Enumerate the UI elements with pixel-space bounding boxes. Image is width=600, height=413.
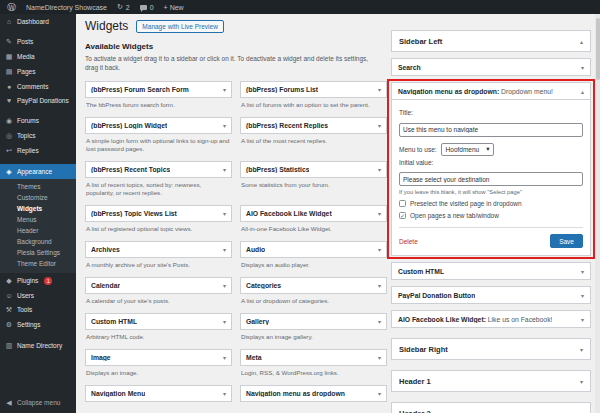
widget-card[interactable]: (bbPress) Login Widget▾ bbox=[85, 117, 232, 134]
chevron-down-icon[interactable]: ▾ bbox=[223, 246, 226, 253]
sidebar-item-replies[interactable]: ↩Replies bbox=[0, 143, 76, 158]
scrollbar-thumb[interactable] bbox=[596, 18, 600, 80]
submenu-item-background[interactable]: Background bbox=[0, 236, 76, 247]
chevron-down-icon[interactable]: ▾ bbox=[223, 86, 226, 93]
chevron-down-icon[interactable]: ▾ bbox=[378, 318, 381, 325]
chevron-down-icon[interactable]: ▾ bbox=[223, 210, 226, 217]
menu-select[interactable]: Hoofdmenu ▾ bbox=[441, 143, 495, 156]
initial-value-input[interactable] bbox=[399, 172, 583, 186]
submenu-item-theme-editor[interactable]: Theme Editor bbox=[0, 258, 76, 269]
manage-live-preview-button[interactable]: Manage with Live Preview bbox=[136, 20, 224, 33]
submenu-item-header[interactable]: Header bbox=[0, 225, 76, 236]
chevron-down-icon[interactable]: ▾ bbox=[223, 166, 226, 173]
widget-card[interactable]: Gallery▾ bbox=[240, 313, 387, 330]
chevron-down-icon[interactable]: ▾ bbox=[581, 64, 584, 71]
settings-icon: ⚙ bbox=[5, 321, 13, 329]
preselect-checkbox-row[interactable]: Preselect the visited page in dropdown bbox=[399, 200, 583, 207]
submenu-item-customize[interactable]: Customize bbox=[0, 192, 76, 203]
submenu-item-plesia-settings[interactable]: Plesia Settings bbox=[0, 247, 76, 258]
widget-custom-html[interactable]: Custom HTML ▾ bbox=[391, 262, 591, 280]
widget-card[interactable]: Calendar▾ bbox=[85, 277, 232, 294]
widget-card[interactable]: Audio▾ bbox=[240, 241, 387, 258]
chevron-down-icon[interactable]: ▾ bbox=[580, 378, 583, 385]
wordpress-logo-icon[interactable]: Ⓦ bbox=[7, 3, 16, 12]
chevron-down-icon[interactable]: ▾ bbox=[581, 292, 584, 299]
sidebar-area-sidebar-left[interactable]: Sidebar Left ▴ bbox=[391, 30, 591, 52]
widget-title: Calendar bbox=[91, 282, 120, 289]
sidebar-item-settings[interactable]: ⚙Settings bbox=[0, 317, 76, 332]
widget-aio-facebook-like[interactable]: AIO Facebook Like Widget: Like us on Fac… bbox=[391, 310, 591, 328]
delete-link[interactable]: Delete bbox=[399, 238, 418, 245]
sidebar-item-plugins[interactable]: ◆Plugins1 bbox=[0, 273, 76, 288]
chevron-down-icon[interactable]: ▾ bbox=[378, 210, 381, 217]
widget-card[interactable]: AIO Facebook Like Widget▾ bbox=[240, 205, 387, 222]
new-content-menu[interactable]: + New bbox=[164, 4, 184, 11]
newtab-checkbox-row[interactable]: Open pages a new tab/window bbox=[399, 212, 583, 219]
chevron-down-icon[interactable]: ▾ bbox=[378, 354, 381, 361]
widget-card[interactable]: Meta▾ bbox=[240, 349, 387, 366]
sidebar-item-users[interactable]: ☺Users bbox=[0, 288, 76, 302]
checkbox-unchecked-icon[interactable] bbox=[399, 200, 406, 207]
widget-card[interactable]: Image▾ bbox=[85, 349, 232, 366]
chevron-down-icon[interactable]: ▾ bbox=[223, 122, 226, 129]
widget-subtitle: Dropdown menu! bbox=[501, 88, 553, 95]
chevron-down-icon[interactable]: ▾ bbox=[223, 282, 226, 289]
checkbox-checked-icon[interactable] bbox=[399, 212, 406, 219]
updates-indicator[interactable]: ↻ 2 bbox=[117, 3, 130, 11]
widget-card[interactable]: Categories▾ bbox=[240, 277, 387, 294]
submenu-item-themes[interactable]: Themes bbox=[0, 181, 76, 192]
sidebar-area-header-1[interactable]: Header 1 ▾ bbox=[391, 370, 591, 392]
widget-card[interactable]: (bbPress) Recent Replies▾ bbox=[240, 117, 387, 134]
widget-card[interactable]: (bbPress) Statistics▾ bbox=[240, 161, 387, 178]
chevron-down-icon[interactable]: ▾ bbox=[223, 354, 226, 361]
widget-card[interactable]: (bbPress) Topic Views List▾ bbox=[85, 205, 232, 222]
chevron-down-icon[interactable]: ▾ bbox=[223, 318, 226, 325]
sidebar-item-topics[interactable]: ◎Topics bbox=[0, 128, 76, 143]
site-name-link[interactable]: NameDirectory Showcase bbox=[26, 4, 107, 11]
sidebar-item-posts[interactable]: ✎Posts bbox=[0, 34, 76, 49]
widget-card[interactable]: Custom HTML▾ bbox=[85, 313, 232, 330]
chevron-down-icon[interactable]: ▾ bbox=[580, 410, 583, 413]
widget-nav-dropdown-header[interactable]: Navigation menu as dropdown: Dropdown me… bbox=[391, 82, 591, 100]
chevron-down-icon[interactable]: ▾ bbox=[378, 122, 381, 129]
sidebar-item-appearance[interactable]: ◈Appearance bbox=[0, 164, 76, 179]
sidebar-item-tools[interactable]: ⚒Tools bbox=[0, 302, 76, 317]
widget-card[interactable]: (bbPress) Recent Topics▾ bbox=[85, 161, 232, 178]
sidebar-item-pages[interactable]: ▤Pages bbox=[0, 64, 76, 79]
widget-card[interactable]: (bbPress) Forums List▾ bbox=[240, 81, 387, 98]
sidebar-item-media[interactable]: ▦Media bbox=[0, 49, 76, 64]
widget-card[interactable]: Archives▾ bbox=[85, 241, 232, 258]
sidebar-item-name-directory[interactable]: ▥Name Directory bbox=[0, 338, 76, 353]
collapse-menu-button[interactable]: ◀Collapse menu bbox=[0, 395, 76, 410]
chevron-down-icon[interactable]: ▾ bbox=[378, 86, 381, 93]
widget-paypal-donation[interactable]: PayPal Donation Button ▾ bbox=[391, 286, 591, 304]
widget-nav-dropdown-expanded: Navigation menu as dropdown: Dropdown me… bbox=[391, 82, 591, 256]
chevron-down-icon[interactable]: ▾ bbox=[223, 390, 226, 397]
chevron-down-icon[interactable]: ▾ bbox=[581, 316, 584, 323]
chevron-down-icon[interactable]: ▾ bbox=[378, 282, 381, 289]
save-button[interactable]: Save bbox=[550, 234, 583, 248]
comments-indicator[interactable]: 0 bbox=[140, 4, 154, 11]
chevron-down-icon[interactable]: ▾ bbox=[581, 268, 584, 275]
title-input[interactable] bbox=[399, 123, 583, 137]
submenu-item-widgets[interactable]: Widgets bbox=[0, 203, 76, 214]
chevron-down-icon[interactable]: ▾ bbox=[378, 390, 381, 397]
widget-search[interactable]: Search ▾ bbox=[391, 58, 591, 76]
widget-card[interactable]: (bbPress) Forum Search Form▾ bbox=[85, 81, 232, 98]
widget-card[interactable]: Navigation Menu▾ bbox=[85, 385, 232, 402]
widget-card[interactable]: Navigation menu as dropdown▾ bbox=[240, 385, 387, 402]
comments-count: 0 bbox=[150, 4, 154, 11]
chevron-up-icon[interactable]: ▴ bbox=[581, 88, 584, 95]
chevron-down-icon[interactable]: ▾ bbox=[580, 346, 583, 353]
sidebar-item-comments[interactable]: ●Comments bbox=[0, 79, 76, 93]
sidebar-item-forums[interactable]: ◉Forums bbox=[0, 113, 76, 128]
chevron-down-icon[interactable]: ▾ bbox=[378, 166, 381, 173]
submenu-item-menus[interactable]: Menus bbox=[0, 214, 76, 225]
chevron-down-icon[interactable]: ▾ bbox=[378, 246, 381, 253]
sidebar-area-sidebar-right[interactable]: Sidebar Right ▾ bbox=[391, 338, 591, 360]
page-scrollbar[interactable] bbox=[595, 14, 600, 413]
sidebar-item-dashboard[interactable]: ⌂Dashboard bbox=[0, 14, 76, 28]
chevron-up-icon[interactable]: ▴ bbox=[580, 38, 583, 45]
sidebar-item-paypal-donations[interactable]: ♥PayPal Donations bbox=[0, 93, 76, 107]
sidebar-area-header-2[interactable]: Header 2 ▾ bbox=[391, 402, 591, 413]
